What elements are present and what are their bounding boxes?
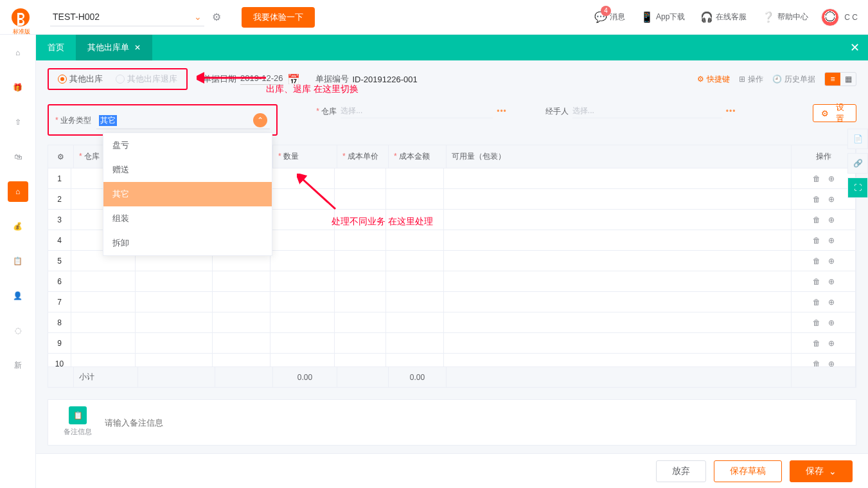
cell-price[interactable] bbox=[335, 354, 386, 366]
cell-qty[interactable] bbox=[270, 210, 335, 230]
try-button[interactable]: 我要体验一下 bbox=[242, 7, 315, 28]
rail-gift[interactable]: 🎁 bbox=[8, 77, 28, 98]
cell-amount[interactable] bbox=[386, 230, 444, 250]
add-icon[interactable]: ⊕ bbox=[828, 236, 835, 245]
cell-amount[interactable] bbox=[386, 354, 444, 366]
delete-icon[interactable]: 🗑 bbox=[813, 174, 820, 183]
dock-doc-icon[interactable]: 📄 bbox=[847, 129, 868, 149]
rail-bag[interactable]: 🛍 bbox=[8, 147, 28, 167]
org-select[interactable]: TEST-H002 ⌄ bbox=[50, 8, 204, 26]
cell-amount[interactable] bbox=[386, 168, 444, 188]
more-icon[interactable]: ••• bbox=[726, 107, 736, 116]
radio-return[interactable]: 其他出库退库 bbox=[116, 73, 177, 85]
add-icon[interactable]: ⊕ bbox=[828, 339, 835, 348]
add-icon[interactable]: ⊕ bbox=[828, 298, 835, 307]
avatar[interactable] bbox=[821, 8, 839, 26]
cell-code[interactable] bbox=[136, 271, 213, 291]
cell-price[interactable] bbox=[335, 251, 386, 271]
cell-qty[interactable] bbox=[270, 312, 335, 332]
cell-code[interactable] bbox=[136, 333, 213, 353]
tab-other-out[interactable]: 其他出库单 ✕ bbox=[76, 35, 152, 60]
rail-home[interactable]: ⌂ bbox=[8, 42, 28, 63]
cell-warehouse[interactable] bbox=[71, 354, 136, 366]
cell-amount[interactable] bbox=[386, 312, 444, 332]
rail-sync[interactable]: ◌ bbox=[8, 320, 28, 341]
add-icon[interactable]: ⊕ bbox=[828, 215, 835, 224]
delete-icon[interactable]: 🗑 bbox=[813, 257, 820, 266]
table-row[interactable]: 6🗑⊕ bbox=[48, 271, 856, 292]
table-row[interactable]: 8🗑⊕ bbox=[48, 312, 856, 333]
add-icon[interactable]: ⊕ bbox=[828, 195, 835, 204]
cell-price[interactable] bbox=[335, 230, 386, 250]
save-button[interactable]: 保存 ⌄ bbox=[790, 460, 853, 482]
cell-price[interactable] bbox=[335, 333, 386, 353]
cell-qty[interactable] bbox=[270, 251, 335, 271]
shortcut-link[interactable]: ⚙ 快捷键 bbox=[697, 74, 730, 85]
cell-amount[interactable] bbox=[386, 333, 444, 353]
radio-out[interactable]: 其他出库 bbox=[58, 73, 103, 85]
messages-link[interactable]: 💬 消息 4 bbox=[594, 11, 625, 23]
cell-price[interactable] bbox=[335, 312, 386, 332]
dd-option-assemble[interactable]: 组装 bbox=[103, 206, 272, 231]
cell-code[interactable] bbox=[136, 354, 213, 366]
help-link[interactable]: ❔ 帮助中心 bbox=[762, 11, 808, 23]
settings-button[interactable]: ⚙ 设置 bbox=[813, 104, 856, 122]
dd-option-disassemble[interactable]: 拆卸 bbox=[103, 231, 272, 255]
delete-icon[interactable]: 🗑 bbox=[813, 277, 820, 286]
cell-unit[interactable] bbox=[213, 354, 270, 366]
add-icon[interactable]: ⊕ bbox=[828, 277, 835, 286]
tab-home[interactable]: 首页 bbox=[36, 35, 76, 60]
table-row[interactable]: 10🗑⊕ bbox=[48, 354, 856, 366]
cell-price[interactable] bbox=[335, 292, 386, 312]
delete-icon[interactable]: 🗑 bbox=[813, 359, 820, 367]
rail-up[interactable]: ⇧ bbox=[8, 112, 28, 132]
table-row[interactable]: 9🗑⊕ bbox=[48, 333, 856, 354]
cell-code[interactable] bbox=[136, 312, 213, 332]
dock-link-icon[interactable]: 🔗 bbox=[847, 153, 868, 174]
cell-warehouse[interactable] bbox=[71, 292, 136, 312]
remark-input[interactable] bbox=[97, 406, 846, 438]
cell-amount[interactable] bbox=[386, 251, 444, 271]
cell-price[interactable] bbox=[335, 189, 386, 209]
history-link[interactable]: 🕘 历史单据 bbox=[772, 74, 815, 85]
save-draft-button[interactable]: 保存草稿 bbox=[714, 460, 782, 482]
rail-new[interactable]: 新 bbox=[8, 355, 28, 375]
dock-expand-icon[interactable]: ⛶ bbox=[847, 177, 868, 198]
col-gear[interactable]: ⚙ bbox=[48, 145, 74, 168]
cell-warehouse[interactable] bbox=[71, 271, 136, 291]
cell-unit[interactable] bbox=[213, 292, 270, 312]
cell-amount[interactable] bbox=[386, 292, 444, 312]
cell-price[interactable] bbox=[335, 271, 386, 291]
cell-unit[interactable] bbox=[213, 312, 270, 332]
cell-qty[interactable] bbox=[270, 189, 335, 209]
delete-icon[interactable]: 🗑 bbox=[813, 195, 820, 204]
more-icon[interactable]: ••• bbox=[497, 107, 507, 116]
delete-icon[interactable]: 🗑 bbox=[813, 339, 820, 348]
customer-service-link[interactable]: 🎧 在线客服 bbox=[700, 11, 747, 23]
dd-option-other[interactable]: 其它 bbox=[103, 182, 272, 206]
gear-icon[interactable]: ⚙ bbox=[212, 11, 221, 23]
delete-icon[interactable]: 🗑 bbox=[813, 318, 820, 327]
cell-qty[interactable] bbox=[270, 354, 335, 366]
cell-warehouse[interactable] bbox=[71, 312, 136, 332]
rail-warehouse[interactable]: ⌂ bbox=[8, 181, 28, 202]
cell-amount[interactable] bbox=[386, 189, 444, 209]
delete-icon[interactable]: 🗑 bbox=[813, 298, 820, 307]
cell-qty[interactable] bbox=[270, 333, 335, 353]
delete-icon[interactable]: 🗑 bbox=[813, 215, 820, 224]
cell-price[interactable] bbox=[335, 168, 386, 188]
cell-amount[interactable] bbox=[386, 271, 444, 291]
discard-button[interactable]: 放弃 bbox=[656, 460, 706, 482]
close-all-tabs[interactable]: ✕ bbox=[841, 35, 868, 60]
cell-qty[interactable] bbox=[270, 168, 335, 188]
cell-qty[interactable] bbox=[270, 230, 335, 250]
handler-select[interactable]: 选择... bbox=[572, 104, 722, 118]
add-icon[interactable]: ⊕ bbox=[828, 359, 835, 367]
add-icon[interactable]: ⊕ bbox=[828, 174, 835, 183]
cell-warehouse[interactable] bbox=[71, 333, 136, 353]
cell-unit[interactable] bbox=[213, 333, 270, 353]
add-icon[interactable]: ⊕ bbox=[828, 257, 835, 266]
cell-qty[interactable] bbox=[270, 292, 335, 312]
operate-link[interactable]: ⊞ 操作 bbox=[739, 74, 763, 85]
rail-money[interactable]: 💰 bbox=[8, 216, 28, 237]
